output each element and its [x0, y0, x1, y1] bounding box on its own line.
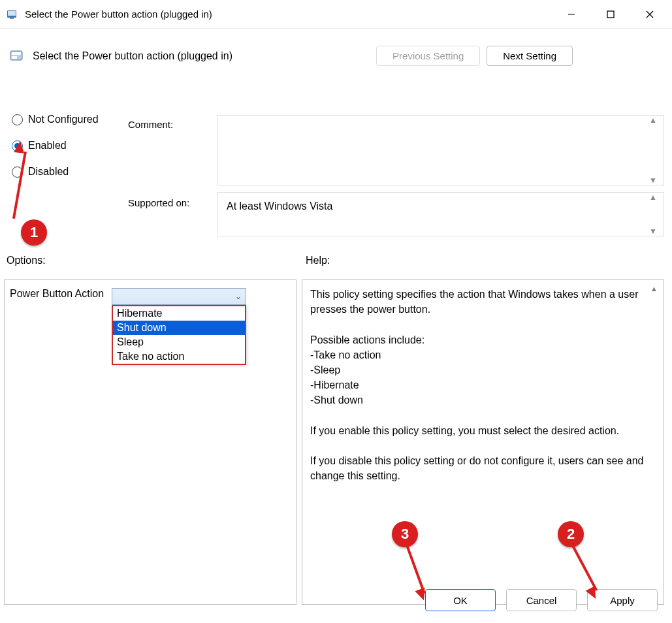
- radio-icon: [12, 167, 23, 178]
- supported-on-field: At least Windows Vista ▲▼: [217, 192, 664, 236]
- dropdown-item-shutdown[interactable]: Shut down: [113, 321, 245, 335]
- close-button[interactable]: [630, 1, 669, 27]
- scroll-spinner[interactable]: ▲▼: [650, 284, 662, 600]
- svg-rect-4: [607, 11, 614, 18]
- svg-rect-9: [12, 56, 17, 59]
- power-button-action-dropdown: Hibernate Shut down Sleep Take no action: [112, 305, 246, 365]
- supported-on-label: Supported on:: [128, 197, 206, 208]
- help-label: Help:: [306, 255, 330, 266]
- next-setting-button[interactable]: Next Setting: [487, 46, 573, 66]
- radio-label: Enabled: [28, 140, 67, 152]
- svg-rect-1: [8, 11, 16, 16]
- radio-enabled[interactable]: Enabled: [12, 140, 129, 152]
- previous-setting-button[interactable]: Previous Setting: [376, 46, 480, 66]
- annotation-1: 1: [21, 219, 47, 246]
- dropdown-item-sleep[interactable]: Sleep: [113, 335, 245, 349]
- dropdown-item-hibernate[interactable]: Hibernate: [113, 306, 245, 321]
- cancel-button[interactable]: Cancel: [506, 589, 577, 611]
- power-button-action-combobox[interactable]: ⌄: [112, 288, 246, 305]
- chevron-down-icon: ⌄: [235, 292, 242, 301]
- comment-textarea[interactable]: ▲▼: [217, 115, 664, 185]
- radio-disabled[interactable]: Disabled: [12, 166, 129, 178]
- radio-label: Not Configured: [28, 114, 99, 125]
- radio-label: Disabled: [28, 166, 69, 178]
- minimize-button[interactable]: [552, 1, 591, 27]
- policy-icon: [9, 48, 25, 64]
- options-label: Options:: [7, 255, 46, 266]
- maximize-button[interactable]: [591, 1, 630, 27]
- window-title: Select the Power button action (plugged …: [25, 8, 552, 20]
- help-panel: This policy setting specifies the action…: [302, 280, 664, 605]
- dialog-footer: OK Cancel Apply: [425, 589, 658, 611]
- supported-on-text: At least Windows Vista: [227, 200, 332, 212]
- svg-rect-8: [12, 52, 21, 55]
- dropdown-item-takenoaction[interactable]: Take no action: [113, 349, 245, 364]
- options-panel: Power Button Action ⌄ Hibernate Shut dow…: [4, 280, 296, 605]
- scroll-spinner[interactable]: ▲▼: [649, 193, 662, 236]
- scroll-spinner[interactable]: ▲▼: [649, 116, 662, 185]
- titlebar: Select the Power button action (plugged …: [0, 0, 672, 29]
- policy-header: Select the Power button action (plugged …: [8, 40, 664, 75]
- apply-button[interactable]: Apply: [587, 589, 658, 611]
- window-icon: [7, 8, 18, 20]
- help-text: This policy setting specifies the action…: [310, 287, 653, 483]
- radio-icon: [12, 140, 23, 152]
- radio-icon: [12, 114, 23, 125]
- power-button-action-label: Power Button Action: [10, 288, 104, 300]
- state-radio-group: Not Configured Enabled Disabled: [12, 114, 129, 178]
- comment-label: Comment:: [128, 119, 206, 130]
- policy-title: Select the Power button action (plugged …: [33, 50, 232, 62]
- ok-button[interactable]: OK: [425, 589, 496, 611]
- radio-not-configured[interactable]: Not Configured: [12, 114, 129, 125]
- svg-rect-2: [10, 18, 14, 19]
